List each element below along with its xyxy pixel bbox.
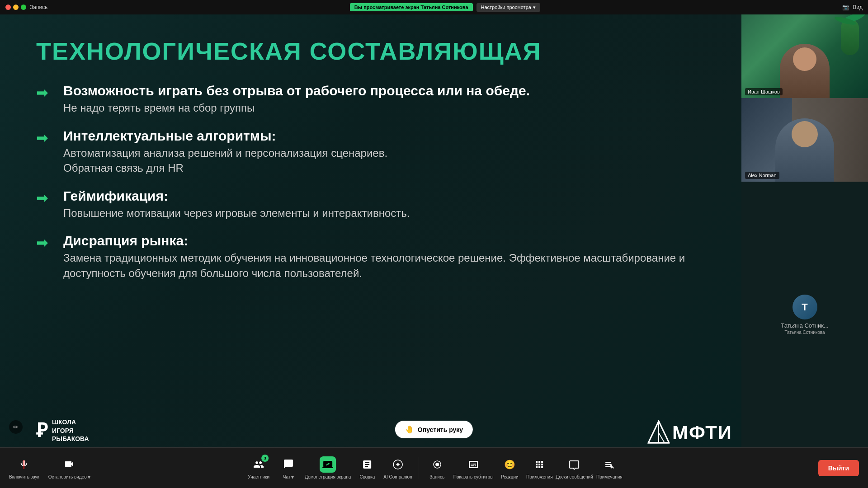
captions-label: Показать субтитры [453,474,494,479]
chat-button[interactable]: Чат ▾ [275,456,302,480]
whiteboard-button[interactable]: Доски сообщений [556,456,593,479]
topbar: Запись Вы просматриваете экран Татьяна С… [0,0,868,14]
notes-label: Примечания [596,474,623,479]
ai-companion-button[interactable]: AI Companion [383,456,412,479]
participant-video-alex: Alex Norman [741,98,868,182]
whiteboard-label: Доски сообщений [556,474,593,479]
recording-label: Запись [30,4,47,10]
video-button[interactable]: Остановить видео ▾ [48,456,90,480]
presentation-area: ТЕХНОЛОГИЧЕСКАЯ СОСТАВЛЯЮЩАЯ ➡ Возможнос… [0,14,741,447]
captions-icon [465,456,481,473]
participants-label: Участники [248,474,269,479]
lower-hand-label: Опустить руку [418,426,463,433]
reactions-label: Реакции [501,474,519,479]
camera-icon: 📷 [842,4,849,10]
bullet-heading-2: Интеллектуальные алгоритмы: [63,128,705,144]
arrow-icon-2: ➡ [36,129,54,146]
bullet-item-2: ➡ Интеллектуальные алгоритмы: Автоматиза… [36,128,705,176]
view-settings-button[interactable]: Настройки просмотра ▾ [476,3,540,12]
chat-icon [280,456,297,472]
share-screen-label: Демонстрация экрана [305,474,351,479]
chat-label: Чат [283,474,291,479]
bullet-item-1: ➡ Возможность играть без отрыва от рабоч… [36,83,705,116]
view-settings-label: Настройки просмотра [481,5,531,10]
captions-button[interactable]: Показать субтитры [453,456,494,479]
mfti-logo: МФТИ [647,420,732,445]
video-icon [61,456,77,472]
tatiana-initial: Т [793,295,817,319]
share-screen-icon [320,456,336,473]
bullet-heading-4: Дисрапция рынка: [63,233,705,249]
mfti-text: МФТИ [672,422,732,444]
chevron-down-icon: ▾ [533,5,536,10]
ai-companion-icon [390,456,406,473]
arrow-icon-4: ➡ [36,234,54,251]
reactions-icon: 😊 [501,456,518,473]
mute-label: Включить звук [9,474,39,479]
ryabkov-logo-text: ШКОЛА ИГОРЯ РЫБАКОВА [52,418,89,443]
notes-button[interactable]: Примечания [596,456,623,479]
bullet-heading-1: Возможность играть без отрыва от рабочег… [63,83,705,99]
summary-label: Сводка [359,474,375,479]
summary-button[interactable]: Сводка [354,456,381,479]
participant-tile-tatiana: Т Татьяна Сотник... Татьяна Сотникова [741,182,868,447]
bullet-sub-2: Автоматизация анализа решений и персонал… [63,145,705,176]
bullet-sub-1: Не надо терять время на сбор группы [63,100,705,116]
school-logo: Ꝑ ШКОЛА ИГОРЯ РЫБАКОВА [36,418,89,443]
viewing-badge: Вы просматриваете экран Татьяна Сотников… [350,3,473,11]
whiteboard-icon [566,456,583,473]
video-label: Остановить видео [48,474,87,479]
video-dropdown-icon[interactable]: ▾ [88,474,90,480]
reactions-button[interactable]: 😊 Реакции [496,456,523,479]
hand-emoji: 🤚 [405,425,414,434]
traffic-lights [5,5,26,10]
arrow-icon-3: ➡ [36,189,54,206]
view-label: Вид [853,4,863,10]
mute-button[interactable]: Включить звук [9,456,39,479]
toolbar: Включить звук Остановить видео ▾ 3 Участ… [0,447,868,488]
record-icon [429,456,445,473]
participant-name-alex: Alex Norman [745,172,779,179]
lower-hand-button[interactable]: 🤚 Опустить руку [395,421,473,438]
share-screen-button[interactable]: Демонстрация экрана [305,456,351,479]
bullet-item-4: ➡ Дисрапция рынка: Замена традиционных м… [36,233,705,281]
participants-icon: 3 [250,456,267,473]
apps-label: Приложения [526,474,553,479]
pen-icon[interactable]: ✏ [9,420,23,434]
microphone-icon [16,456,32,473]
end-meeting-button[interactable]: Выйти [818,460,859,476]
close-window-button[interactable] [5,5,11,10]
bullet-sub-4: Замена традиционных методик обучения на … [63,250,705,281]
participants-count: 3 [261,455,269,462]
bullet-heading-3: Геймификация: [63,188,705,204]
sidebar: Иван Шашков Alex Norman Т Татьяна Сотник… [741,14,868,447]
ai-companion-label: AI Companion [383,474,412,479]
fullscreen-window-button[interactable] [21,5,26,10]
notes-icon [601,456,618,473]
record-button[interactable]: Запись [424,456,451,479]
apps-icon [531,456,547,473]
bullet-item-3: ➡ Геймификация: Повышение мотивации чере… [36,188,705,221]
bullet-sub-3: Повышение мотивации через игровые элемен… [63,206,705,221]
apps-button[interactable]: Приложения [526,456,553,479]
toolbar-divider [418,457,418,479]
chat-dropdown-icon[interactable]: ▾ [291,474,294,480]
participant-name-ivan: Иван Шашков [745,88,783,95]
tatiana-full-name: Татьяна Сотникова [784,330,825,335]
svg-point-5 [435,463,439,466]
participants-button[interactable]: 3 Участники [245,456,272,479]
tatiana-display-name: Татьяна Сотник... [781,322,828,329]
participant-video-ivan: Иван Шашков [741,14,868,98]
arrow-icon-1: ➡ [36,84,54,101]
minimize-window-button[interactable] [13,5,19,10]
record-label: Запись [429,474,444,479]
slide-title: ТЕХНОЛОГИЧЕСКАЯ СОСТАВЛЯЮЩАЯ [36,37,705,65]
summary-icon [359,456,375,473]
ryabkov-logo-icon: Ꝑ [36,419,47,441]
mfti-logo-icon [647,420,670,445]
